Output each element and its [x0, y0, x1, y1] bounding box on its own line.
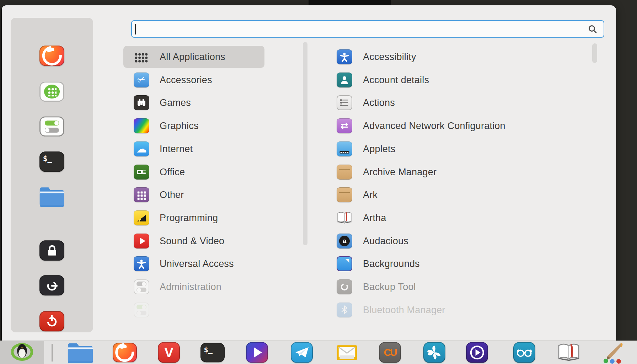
invader-icon — [134, 95, 149, 111]
category-item-internet[interactable]: ☁Internet — [123, 138, 264, 160]
category-label: Universal Access — [160, 258, 234, 269]
app-label: Account details — [363, 75, 429, 86]
category-item-administration[interactable]: Administration — [123, 276, 264, 298]
app-item-applets[interactable]: Applets — [326, 138, 575, 160]
taskbar-launcher-gimp[interactable] — [602, 342, 624, 364]
box-icon — [336, 164, 353, 181]
taskbar-launcher-cudatext[interactable]: CU — [379, 342, 401, 363]
text-cursor — [135, 24, 136, 34]
app-item-backgrounds[interactable]: Backgrounds — [326, 253, 575, 275]
app-item-actions[interactable]: Actions — [326, 92, 575, 114]
taskbar-launcher-celluloid[interactable] — [246, 342, 268, 363]
category-item-programming[interactable]: Programming — [123, 207, 264, 229]
sidebar-button-firefox[interactable] — [39, 46, 64, 66]
category-item-universal-access[interactable]: Universal Access — [123, 253, 264, 275]
app-label: Bluetooth Manager — [363, 305, 445, 316]
app-item-archive-manager[interactable]: Archive Manager — [326, 161, 575, 183]
category-item-sound-video[interactable]: Sound & Video — [123, 230, 264, 252]
app-item-backup-tool[interactable]: Backup Tool — [326, 276, 575, 298]
actions-icon — [336, 94, 353, 111]
app-item-audacious[interactable]: aAudacious — [326, 230, 575, 252]
taskbar-launcher-telegram[interactable] — [291, 342, 313, 363]
taskbar-launcher-terminal[interactable]: $_ — [200, 343, 225, 363]
category-label: Office — [160, 167, 185, 178]
accessibility-icon — [134, 256, 149, 272]
mint-menu-window: $_ All Applications✂AccessoriesGamesGrap… — [2, 5, 616, 341]
power-icon — [39, 311, 64, 331]
box-icon — [336, 186, 353, 203]
audacious-icon: a — [336, 232, 353, 250]
app-label: Ark — [363, 189, 378, 200]
sidebar-button-shutdown[interactable] — [39, 311, 64, 331]
app-label: Artha — [363, 213, 386, 224]
taskbar-launcher-xreader[interactable] — [513, 342, 535, 363]
sidebar-button-system-settings[interactable] — [39, 116, 64, 136]
logout-icon — [39, 275, 64, 295]
telegram-icon — [291, 342, 313, 363]
category-item-office[interactable]: Office — [123, 161, 264, 183]
office-icon — [134, 164, 149, 180]
folder-icon — [38, 202, 65, 208]
app-label: Backup Tool — [363, 282, 416, 293]
category-label: Other — [160, 189, 184, 200]
backgrounds-icon — [336, 255, 353, 272]
terminal-icon: $_ — [200, 343, 225, 363]
app-item-ark[interactable]: Ark — [326, 184, 575, 206]
taskbar-panel: V $_CU — [0, 341, 637, 364]
category-item-accessories[interactable]: ✂Accessories — [123, 69, 264, 91]
taskbar-launcher-mail[interactable] — [336, 342, 358, 364]
mint-tux-icon — [11, 341, 33, 364]
rainbow-icon — [134, 118, 149, 134]
pix-icon — [423, 342, 445, 363]
app-label: Advanced Network Configuration — [363, 121, 505, 132]
panel-separator — [52, 344, 53, 362]
category-label: Graphics — [160, 121, 199, 132]
account-icon — [336, 71, 353, 89]
taskbar-launcher-pix[interactable] — [423, 342, 445, 363]
category-item-all-applications[interactable]: All Applications — [123, 46, 264, 68]
firefox-icon — [113, 343, 137, 363]
menu-button[interactable] — [0, 341, 44, 364]
apps-scrollbar-thumb[interactable] — [592, 43, 597, 63]
taskbar-launcher-firefox[interactable] — [113, 343, 137, 363]
background-window-strip — [309, 0, 391, 6]
taskbar-launcher-vivaldi[interactable]: V — [158, 342, 180, 363]
taskbar-launcher-artha[interactable] — [557, 341, 580, 364]
search-input[interactable] — [131, 20, 604, 38]
setsquare-icon — [134, 210, 149, 226]
app-item-accessibility[interactable]: Accessibility — [326, 46, 575, 68]
all-apps-grid-icon — [134, 49, 149, 65]
app-label: Audacious — [363, 236, 408, 247]
app-item-bluetooth-manager[interactable]: Bluetooth Manager — [326, 299, 575, 321]
firefox-icon — [39, 46, 64, 66]
folder-icon — [66, 342, 94, 363]
cloud-icon: ☁ — [134, 141, 149, 157]
sidebar-button-lock-screen[interactable] — [39, 240, 64, 261]
taskbar-launcher-files[interactable] — [66, 342, 94, 363]
category-item-games[interactable]: Games — [123, 92, 264, 114]
pane-divider — [303, 42, 307, 245]
purple-grid-icon — [134, 187, 149, 203]
backup-icon — [336, 278, 353, 295]
network-icon: ⇄ — [336, 117, 353, 134]
sidebar-button-software-manager[interactable] — [39, 81, 64, 102]
category-label: Sound & Video — [160, 236, 224, 247]
category-label: Programming — [160, 213, 218, 224]
category-item-hidden[interactable] — [123, 299, 264, 321]
app-label: Actions — [363, 97, 395, 108]
vivaldi-icon: V — [158, 342, 180, 363]
sidebar-button-terminal[interactable]: $_ — [39, 151, 64, 172]
sidebar-button-logout[interactable] — [39, 275, 64, 295]
taskbar-launcher-mpv[interactable] — [466, 342, 488, 363]
sidebar-button-files[interactable] — [38, 186, 65, 208]
book-icon — [336, 209, 353, 226]
settings-toggles-icon — [39, 116, 64, 136]
category-item-other[interactable]: Other — [123, 184, 264, 206]
category-label: Internet — [160, 144, 193, 155]
gimp-icon — [602, 342, 624, 364]
app-item-account-details[interactable]: Account details — [326, 69, 575, 91]
app-item-advanced-network-configuration[interactable]: ⇄Advanced Network Configuration — [326, 115, 575, 137]
category-label: All Applications — [160, 52, 225, 63]
category-item-graphics[interactable]: Graphics — [123, 115, 264, 137]
app-item-artha[interactable]: Artha — [326, 207, 575, 229]
